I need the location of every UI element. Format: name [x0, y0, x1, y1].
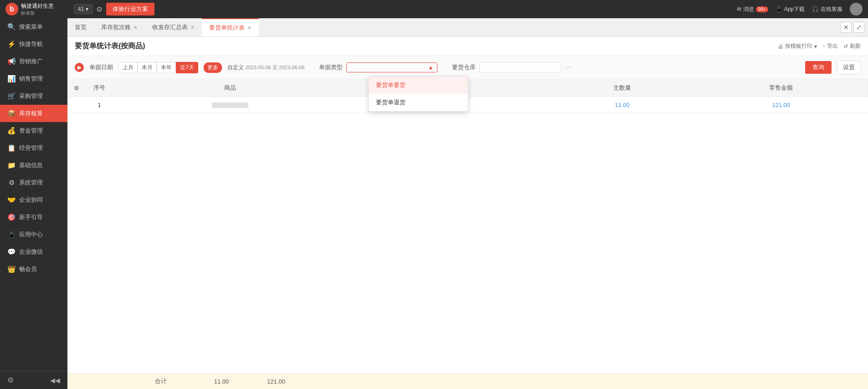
type-filter-section: 单据类型 ▲ [319, 62, 437, 72]
sidebar-item-label: 快捷导航 [19, 40, 43, 48]
refresh-icon: ↺ [843, 43, 848, 50]
refresh-button[interactable]: ↺ 刷新 [843, 42, 861, 50]
sidebar-item-shortcut[interactable]: ⚡ 快捷导航 [0, 36, 67, 53]
sidebar-item-search[interactable]: 🔍 搜索菜单 [0, 18, 67, 36]
sidebar-item-guide[interactable]: 🎯 新手引导 [0, 209, 67, 226]
sidebar-item-basic-info[interactable]: 📁 基础信息 [0, 157, 67, 174]
custom-date-button[interactable]: 自定义 [227, 64, 244, 72]
trial-button[interactable]: 体验行业方案 [106, 3, 154, 15]
date-filter-buttons: 上月 本月 本年 近7天 [118, 62, 198, 73]
this-year-button[interactable]: 本年 [157, 62, 176, 73]
sidebar-item-label: 畅会员 [19, 265, 37, 273]
sidebar-item-inventory[interactable]: 📦 库存核算 [0, 105, 67, 122]
cell-amount[interactable]: 121.00 [694, 97, 868, 113]
logo-area: b 畅捷通好生意 标准版 [5, 2, 69, 16]
more-date-button[interactable]: 更多 [204, 62, 222, 73]
header-center: 41 ▾ ⚙ 体验行业方案 [74, 3, 732, 15]
chat-icon: 💬 [7, 248, 15, 256]
phone-icon: 📱 [776, 6, 782, 12]
logo-icon: b [5, 3, 18, 15]
footer-total-amount: 121.00 [249, 378, 303, 385]
sidebar-item-label: 企业协同 [19, 196, 43, 204]
settings-col-icon: ⚙ [74, 85, 79, 92]
tab-close-inventory-batch[interactable]: ✕ [134, 25, 138, 31]
chevron-down-print-icon: ▾ [814, 43, 817, 50]
cell-quantity[interactable]: 11.00 [550, 97, 694, 113]
message-icon: ✉ [737, 6, 741, 12]
printer-icon: 🖨 [778, 43, 783, 50]
tab-expand-button[interactable]: ⤢ [853, 22, 864, 33]
chart-icon: 📊 [7, 75, 15, 83]
sidebar-item-purchase[interactable]: 🛒 采购管理 [0, 87, 67, 105]
header-right: ✉ 消息 99+ 📱 App下载 🎧 在线客服 [737, 3, 863, 15]
this-month-button[interactable]: 本月 [138, 62, 157, 73]
tab-order-stats[interactable]: 要货单统计表 ✕ [202, 18, 259, 36]
dropdown-item-order-goods[interactable]: 要货单要货 [369, 77, 468, 94]
date-range-display: 2023-05-06 至 2023-06-06 [246, 64, 305, 71]
tab-close-order-stats[interactable]: ✕ [247, 25, 252, 31]
dropdown-item-order-return[interactable]: 要货单退货 [369, 94, 468, 111]
company-select[interactable]: 41 ▾ [74, 4, 92, 14]
online-service-item[interactable]: 🎧 在线客服 [812, 5, 842, 13]
sidebar-item-enterprise[interactable]: 🤝 企业协同 [0, 191, 67, 209]
top-header: b 畅捷通好生意 标准版 41 ▾ ⚙ 体验行业方案 ✉ 消息 99+ 📱 Ap… [0, 0, 868, 18]
tab-close-all-button[interactable]: ✕ [841, 22, 852, 33]
warehouse-filter-input[interactable] [479, 62, 561, 72]
handshake-icon: 🤝 [7, 196, 15, 204]
message-item[interactable]: ✉ 消息 99+ [737, 5, 768, 13]
last-7-days-button[interactable]: 近7天 [176, 62, 198, 73]
app-name-text: 畅捷通好生意 标准版 [21, 2, 54, 16]
search-icon: 🔍 [7, 23, 15, 31]
tab-close-receive-summary[interactable]: ✕ [190, 25, 195, 31]
last-month-button[interactable]: 上月 [118, 62, 138, 73]
settings-icon[interactable]: ⚙ [96, 5, 103, 14]
export-icon: ↑ [822, 43, 825, 50]
folder-icon: 📁 [7, 161, 15, 169]
export-button[interactable]: ↑ 导出 [822, 42, 838, 50]
sidebar-item-label: 销售管理 [19, 75, 43, 83]
query-button[interactable]: 查询 [805, 61, 832, 74]
type-filter-input[interactable]: ▲ [346, 62, 437, 72]
money-icon: 💰 [7, 127, 15, 135]
sidebar-item-app-center[interactable]: 📱 应用中心 [0, 226, 67, 243]
sidebar-item-marketing[interactable]: 📢 营销推广 [0, 53, 67, 70]
sidebar-item-membership[interactable]: 👑 畅会员 [0, 261, 67, 278]
warehouse-filter-label: 要货仓库 [452, 63, 476, 72]
product-placeholder [212, 102, 248, 108]
tab-inventory-batch[interactable]: 库存批次账 ✕ [94, 19, 145, 36]
headset-icon: 🎧 [812, 6, 819, 12]
sidebar-item-label: 采购管理 [19, 92, 43, 100]
sidebar-item-label: 营销推广 [19, 57, 43, 66]
page-title: 要货单统计表(按商品) [75, 41, 145, 51]
filter-expand-button[interactable]: ▶ [75, 63, 84, 72]
sidebar-item-sales[interactable]: 📊 销售管理 [0, 70, 67, 87]
clipboard-icon: 📋 [7, 144, 15, 152]
sidebar-item-label: 资金管理 [19, 127, 43, 135]
message-badge: 99+ [756, 6, 768, 12]
chevron-down-icon: ▾ [86, 6, 88, 12]
sidebar-item-label: 经营管理 [19, 144, 43, 152]
tab-receive-summary[interactable]: 收发存汇总表 ✕ [145, 19, 202, 36]
filter-more-dots[interactable]: ··· [565, 63, 571, 72]
sidebar-item-label: 系统管理 [19, 179, 43, 187]
avatar[interactable] [850, 3, 863, 15]
sidebar-item-operations[interactable]: 📋 经营管理 [0, 139, 67, 157]
crown-icon: 👑 [7, 265, 15, 273]
cell-settings [67, 97, 86, 113]
footer-total-quantity: 11.00 [194, 378, 249, 385]
col-settings[interactable]: ⚙ [67, 79, 86, 97]
sidebar-item-wechat[interactable]: 💬 企业微信 [0, 243, 67, 261]
settings-bottom-icon[interactable]: ⚙ [7, 376, 14, 384]
collapse-sidebar-button[interactable]: ◀◀ [50, 377, 60, 384]
sidebar-item-system[interactable]: ⚙ 系统管理 [0, 174, 67, 191]
print-template-button[interactable]: 🖨 按模板打印 ▾ [778, 42, 817, 50]
app-download-item[interactable]: 📱 App下载 [776, 5, 805, 13]
tab-home[interactable]: 首页 [67, 19, 94, 36]
page-actions: 🖨 按模板打印 ▾ ↑ 导出 ↺ 刷新 [778, 42, 861, 50]
setting-button[interactable]: 设置 [837, 61, 861, 74]
sidebar-item-finance[interactable]: 💰 资金管理 [0, 122, 67, 139]
col-product: 商品 [113, 79, 347, 97]
type-dropdown: 要货单要货 要货单退货 [368, 76, 468, 112]
sidebar: 🔍 搜索菜单 ⚡ 快捷导航 📢 营销推广 📊 销售管理 🛒 采购管理 📦 库存核… [0, 18, 67, 389]
col-amount: 零售金额 [694, 79, 868, 97]
